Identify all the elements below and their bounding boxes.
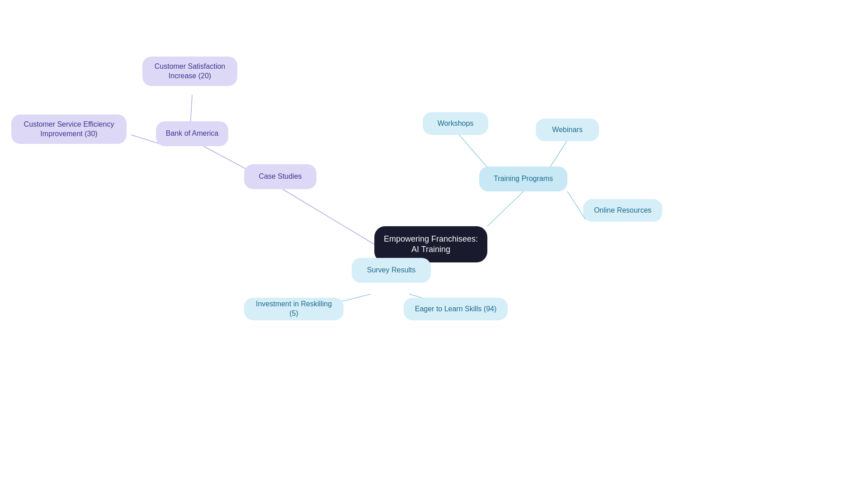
center-node-label: Empowering Franchisees: AI Training <box>382 234 479 255</box>
eager-to-learn-label: Eager to Learn Skills (94) <box>415 304 497 314</box>
investment-reskilling-node[interactable]: Investment in Reskilling (5) <box>244 298 344 320</box>
customer-satisfaction-node[interactable]: Customer Satisfaction Increase (20) <box>142 57 237 86</box>
survey-results-node[interactable]: Survey Results <box>352 258 431 283</box>
bank-of-america-label: Bank of America <box>166 129 219 138</box>
svg-line-7 <box>567 191 585 219</box>
case-studies-node[interactable]: Case Studies <box>244 164 316 189</box>
webinars-node[interactable]: Webinars <box>536 119 599 141</box>
online-resources-label: Online Resources <box>594 206 651 215</box>
workshops-node[interactable]: Workshops <box>423 112 488 135</box>
eager-to-learn-node[interactable]: Eager to Learn Skills (94) <box>404 298 508 320</box>
investment-reskilling-label: Investment in Reskilling (5) <box>252 300 335 319</box>
customer-satisfaction-label: Customer Satisfaction Increase (20) <box>151 62 229 81</box>
center-node[interactable]: Empowering Franchisees: AI Training <box>374 226 487 262</box>
bank-of-america-node[interactable]: Bank of America <box>156 121 228 146</box>
training-programs-label: Training Programs <box>494 174 553 184</box>
svg-line-4 <box>487 191 524 226</box>
webinars-label: Webinars <box>552 125 582 135</box>
workshops-label: Workshops <box>438 119 474 128</box>
customer-service-efficiency-node[interactable]: Customer Service Efficiency Improvement … <box>11 114 127 144</box>
training-programs-node[interactable]: Training Programs <box>479 167 567 191</box>
online-resources-node[interactable]: Online Resources <box>583 199 662 222</box>
customer-service-efficiency-label: Customer Service Efficiency Improvement … <box>19 120 118 139</box>
case-studies-label: Case Studies <box>259 172 302 181</box>
survey-results-label: Survey Results <box>367 266 416 275</box>
svg-line-0 <box>283 189 374 244</box>
